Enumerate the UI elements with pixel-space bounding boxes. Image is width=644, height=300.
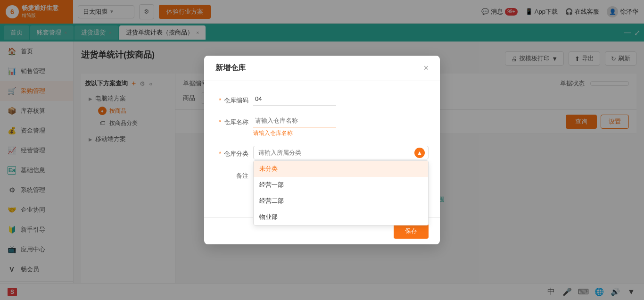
dropdown-arrow-icon[interactable]: ▲ xyxy=(414,148,425,158)
dropdown-item-2[interactable]: 经营二部 xyxy=(254,193,428,209)
form-label-note: 备注 xyxy=(215,168,248,180)
form-label-name: * 仓库名称 xyxy=(215,114,248,126)
warehouse-name-input[interactable] xyxy=(253,114,336,127)
dropdown-item-1[interactable]: 经营一部 xyxy=(254,177,428,193)
new-warehouse-modal: 新增仓库 × * 仓库编码 * 仓库名称 xyxy=(204,56,440,244)
form-row-code: * 仓库编码 xyxy=(215,92,429,106)
required-star-name: * xyxy=(219,118,221,125)
form-input-wrap-code xyxy=(253,92,429,106)
dropdown-item-0[interactable]: 未分类 xyxy=(254,161,428,177)
form-row-name: * 仓库名称 请输入仓库名称 xyxy=(215,114,429,137)
dropdown-item-3[interactable]: 物业部 xyxy=(254,209,428,225)
dropdown-wrap-category: ▲ 未分类 经营一部 经营二部 物业部 xyxy=(253,146,429,159)
modal-title: 新增仓库 xyxy=(215,63,246,73)
warehouse-name-error: 请输入仓库名称 xyxy=(253,129,429,137)
form-label-category: * 仓库分类 xyxy=(215,146,248,158)
required-star-code: * xyxy=(219,97,221,104)
form-row-category: * 仓库分类 ▲ 未分类 经营一部 经营二部 物业部 xyxy=(215,146,429,159)
dropdown-menu-category: 未分类 经营一部 经营二部 物业部 xyxy=(253,160,429,225)
form-label-code: * 仓库编码 xyxy=(215,92,248,105)
warehouse-code-input[interactable] xyxy=(253,92,336,106)
required-star-category: * xyxy=(219,150,221,157)
form-input-wrap-name: 请输入仓库名称 xyxy=(253,114,429,137)
modal-body: * 仓库编码 * 仓库名称 请输入仓库名称 xyxy=(204,81,440,217)
category-dropdown-input[interactable] xyxy=(253,146,429,159)
modal-close-icon[interactable]: × xyxy=(423,63,429,73)
modal-overlay[interactable]: 新增仓库 × * 仓库编码 * 仓库名称 xyxy=(0,0,644,300)
save-button[interactable]: 保存 xyxy=(394,224,429,239)
modal-header: 新增仓库 × xyxy=(204,56,440,81)
